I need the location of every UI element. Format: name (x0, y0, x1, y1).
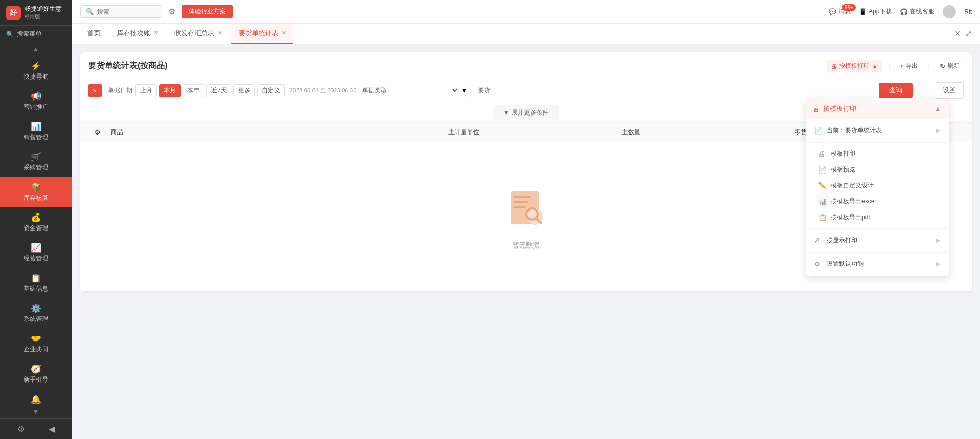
tab-collection-summary[interactable]: 收发存汇总表 ✕ (167, 24, 229, 44)
dropdown-default-section: ⚙ 设置默认功能 ▶ (806, 253, 949, 276)
col-unit-header: 主计量单位 (444, 128, 617, 137)
export-excel-icon: 📊 (818, 198, 827, 205)
date-buttons: 上月 本月 本年 近7天 更多 自定义 (135, 84, 285, 97)
topbar-right: 💬 消息 99+ 📱 App下载 🎧 在线客服 Rit (829, 5, 972, 18)
topbar-gear-icon[interactable]: ⚙ (168, 7, 175, 16)
sidebar-item-base[interactable]: 📋 基础信息 (0, 268, 72, 298)
dropdown-template-preview[interactable]: 📄 模板预览 (806, 162, 949, 178)
date-more[interactable]: 更多 (233, 84, 255, 97)
filter-expand-icon[interactable]: » (88, 84, 102, 97)
page-content: 要货单统计表(按商品) 🖨 按模板打印 ▲ | ↑ 导出 | ↻ (72, 44, 980, 439)
filter-date-label: 单据日期 (108, 86, 132, 95)
set-default-icon: ⚙ (814, 260, 822, 268)
sidebar-nav: ⚡ 快捷导航 📢 营销推广 📊 销售管理 🛒 采购管理 📦 库存核算 💰 资金管… (0, 56, 72, 405)
svg-rect-3 (513, 206, 526, 208)
settings-bottom-btn[interactable]: ⚙ (17, 424, 25, 434)
print-icon: 🖨 (831, 63, 837, 70)
tab-order-summary[interactable]: 要货单统计表 ✕ (231, 24, 293, 44)
sidebar-item-quick-nav[interactable]: ⚡ 快捷导航 (0, 56, 72, 86)
sidebar-item-guide[interactable]: 🧭 新手引导 (0, 359, 72, 389)
tab-batch-account-close[interactable]: ✕ (153, 30, 158, 36)
message-icon: 💬 (829, 8, 836, 15)
user-name[interactable]: Rit (964, 8, 972, 15)
messages-btn[interactable]: 💬 消息 99+ (829, 7, 851, 16)
chevron-down-small-icon: ▼ (503, 109, 509, 117)
export-btn[interactable]: ↑ 导出 (896, 60, 922, 72)
system-icon: ⚙️ (31, 303, 41, 313)
expand-more-btn[interactable]: ▼ 展开更多条件 (493, 105, 559, 120)
collapse-btn[interactable]: ◀ (49, 424, 55, 434)
chevron-up-icon: ▲ (872, 63, 878, 70)
sidebar-item-sales[interactable]: 📊 销售管理 (0, 117, 72, 147)
date-current-month[interactable]: 本月 (159, 84, 181, 97)
empty-text: 暂无数据 (513, 241, 539, 250)
sidebar-scroll-down[interactable]: ▼ (0, 406, 72, 417)
search-icon: 🔍 (6, 31, 14, 38)
current-template-icon: 📄 (814, 127, 822, 135)
filter-type-group: 单据类型 ▼ (362, 84, 472, 97)
date-last-7-days[interactable]: 近7天 (206, 84, 231, 97)
sidebar-scroll-up[interactable]: ▲ (0, 44, 72, 55)
dropdown-export-excel[interactable]: 📊 按模板导出excel (806, 194, 949, 209)
dropdown-set-default[interactable]: ⚙ 设置默认功能 ▶ (806, 256, 949, 273)
online-service-btn[interactable]: 🎧 在线客服 (900, 7, 934, 16)
sidebar-item-marketing[interactable]: 📢 营销推广 (0, 86, 72, 117)
topbar-search-box[interactable]: 🔍 (80, 5, 162, 18)
dropdown-current-item[interactable]: 📄 当前：要货单统计表 ▶ (806, 122, 949, 139)
sidebar-item-collab[interactable]: 🤝 企业协同 (0, 329, 72, 359)
user-avatar[interactable] (943, 5, 956, 18)
dropdown-collapse-btn[interactable]: ▲ (934, 105, 942, 113)
quick-nav-icon: ⚡ (31, 61, 41, 71)
dropdown-header: 🖨 按模板打印 ▲ (806, 99, 949, 119)
date-current-year[interactable]: 本年 (183, 84, 204, 97)
dropdown-display-section: 🖨 按显示打印 ▶ (806, 229, 949, 253)
dropdown-current-section: 📄 当前：要货单统计表 ▶ (806, 119, 949, 143)
filter-type-select[interactable]: ▼ (390, 84, 472, 97)
tab-close-all-btn[interactable]: ✕ (954, 29, 961, 39)
svg-rect-2 (513, 201, 528, 203)
phone-icon: 📱 (859, 8, 867, 15)
refresh-btn[interactable]: ↻ 刷新 (936, 60, 964, 72)
dropdown-title: 按模板打印 (823, 104, 856, 113)
print-template-btn[interactable]: 🖨 按模板打印 ▲ (827, 60, 882, 72)
sidebar-item-purchase[interactable]: 🛒 采购管理 (0, 147, 72, 177)
page-header-actions: 🖨 按模板打印 ▲ | ↑ 导出 | ↻ 刷新 (827, 60, 964, 72)
sidebar-item-appstore[interactable]: 🔔 应用中心 (0, 389, 72, 405)
tab-batch-account[interactable]: 库存批次账 ✕ (110, 24, 165, 44)
query-button[interactable]: 查询 (879, 83, 913, 98)
collab-icon: 🤝 (31, 334, 41, 343)
col-product-header: 商品 (107, 128, 444, 137)
sidebar-item-system[interactable]: ⚙️ 系统管理 (0, 298, 72, 329)
date-custom[interactable]: 自定义 (257, 84, 285, 97)
sidebar-item-finance[interactable]: 💰 资金管理 (0, 207, 72, 238)
sidebar-item-operation[interactable]: 📈 经营管理 (0, 238, 72, 268)
purchase-icon: 🛒 (31, 152, 41, 162)
sidebar-bottom: ⚙ ◀ (0, 418, 72, 439)
guide-icon: 🧭 (31, 364, 41, 374)
tab-home[interactable]: 首页 (80, 24, 108, 44)
date-prev-month[interactable]: 上月 (135, 84, 157, 97)
page-header: 要货单统计表(按商品) 🖨 按模板打印 ▲ | ↑ 导出 | ↻ (80, 52, 972, 78)
industry-solution-button[interactable]: 体验行业方案 (182, 5, 233, 18)
col-settings-icon[interactable]: ⚙ (88, 129, 107, 136)
tab-actions: ✕ ⤢ (954, 29, 972, 39)
topbar-search-input[interactable] (97, 8, 148, 15)
dropdown-template-custom[interactable]: ✏️ 模板自定义设计 (806, 178, 949, 194)
type-select-input[interactable] (395, 86, 459, 94)
tab-collection-summary-close[interactable]: ✕ (218, 30, 222, 36)
app-download-btn[interactable]: 📱 App下载 (859, 7, 892, 16)
dropdown-display-print[interactable]: 🖨 按显示打印 ▶ (806, 232, 949, 249)
tab-maximize-btn[interactable]: ⤢ (965, 29, 972, 39)
chevron-down-icon: ▼ (461, 87, 467, 94)
tab-order-summary-close[interactable]: ✕ (282, 30, 286, 36)
svg-rect-1 (513, 196, 531, 198)
current-item-arrow: ▶ (936, 127, 940, 134)
settings-button[interactable]: 设置 (935, 82, 964, 99)
dropdown-template-print[interactable]: 🖨 模板打印 (806, 146, 949, 162)
sidebar-logo: 好 畅捷通好生意 标准版 (0, 0, 72, 26)
dropdown-export-pdf[interactable]: 📋 按模板导出pdf (806, 209, 949, 225)
sidebar-search[interactable]: 🔍 搜索菜单 (0, 26, 72, 43)
tabbar: 首页 库存批次账 ✕ 收发存汇总表 ✕ 要货单统计表 ✕ ✕ ⤢ (72, 24, 980, 44)
sidebar-item-inventory[interactable]: 📦 库存核算 (0, 177, 72, 207)
more-options-icon[interactable]: ··· (921, 87, 927, 94)
